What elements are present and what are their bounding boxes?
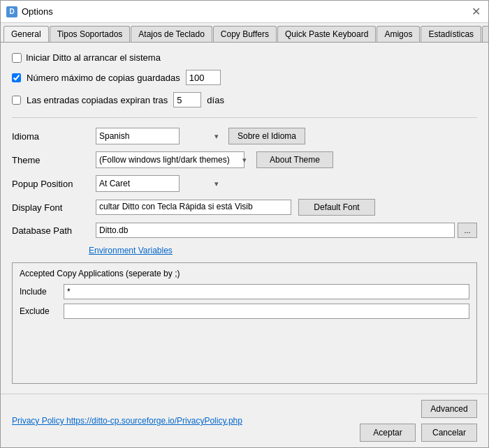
- db-path-row: Database Path ...: [12, 223, 477, 238]
- tab-estadisticas[interactable]: Estadísticas: [421, 26, 481, 42]
- expiry-label: Las entradas copiadas expiran tras: [27, 95, 168, 105]
- privacy-link[interactable]: Privacy Policy https://ditto-cp.sourcefo…: [12, 416, 242, 426]
- idioma-combo-wrapper: Spanish: [96, 128, 221, 144]
- theme-controls: (Follow windows light/dark themes) About…: [96, 151, 477, 168]
- tab-tipos[interactable]: Tipos Soportados: [50, 26, 131, 42]
- title-bar: D Options ✕: [1, 1, 488, 23]
- copy-apps-title: Accepted Copy Applications (seperate by …: [20, 269, 469, 278]
- title-bar-left: D Options: [6, 6, 53, 17]
- cancel-btn[interactable]: Cancelar: [421, 424, 477, 442]
- env-vars-row: Environment Variables: [12, 245, 477, 255]
- tab-acercade[interactable]: Acerca de: [482, 26, 488, 42]
- display-font-value: cultar Ditto con Tecla Rápida si está Vi…: [96, 200, 291, 215]
- window-title: Options: [22, 6, 53, 17]
- theme-row: Theme (Follow windows light/dark themes)…: [12, 151, 477, 168]
- startup-label: Iniciar Ditto al arrancar el sistema: [26, 52, 161, 63]
- tab-quickpaste[interactable]: Quick Paste Keyboard: [277, 26, 376, 42]
- db-path-input[interactable]: [96, 223, 455, 238]
- theme-select[interactable]: (Follow windows light/dark themes): [96, 151, 245, 168]
- maxcopies-row: Número máximo de copias guardadas: [12, 70, 477, 85]
- popup-controls: At Caret: [96, 175, 477, 192]
- startup-checkbox[interactable]: [12, 53, 22, 63]
- footer-buttons: Aceptar Cancelar: [360, 424, 477, 442]
- footer-right: Advanced Aceptar Cancelar: [360, 400, 477, 442]
- maxcopies-checkbox[interactable]: [12, 73, 21, 82]
- include-label: Include: [20, 287, 58, 297]
- close-button[interactable]: ✕: [469, 5, 483, 19]
- popup-row: Popup Position At Caret: [12, 175, 477, 192]
- maxcopies-label: Número máximo de copias guardadas: [27, 73, 180, 83]
- theme-combo-wrapper: (Follow windows light/dark themes): [96, 151, 249, 168]
- idioma-label: Idioma: [12, 131, 89, 142]
- exclude-label: Exclude: [20, 306, 58, 316]
- theme-btn[interactable]: About Theme: [256, 151, 333, 168]
- db-path-label: Database Path: [12, 225, 89, 236]
- display-font-controls: cultar Ditto con Tecla Rápida si está Vi…: [96, 199, 477, 216]
- db-path-controls: ...: [96, 223, 477, 238]
- tab-amigos[interactable]: Amigos: [377, 26, 420, 42]
- display-font-label: Display Font: [12, 202, 89, 213]
- tabs-bar: General Tipos Soportados Atajos de Tecla…: [1, 23, 488, 43]
- popup-select[interactable]: At Caret: [96, 175, 180, 192]
- include-input[interactable]: [64, 284, 469, 299]
- idioma-row: Idioma Spanish Sobre el Idioma: [12, 128, 477, 144]
- db-browse-btn[interactable]: ...: [458, 223, 477, 238]
- startup-row: Iniciar Ditto al arrancar el sistema: [12, 52, 477, 63]
- popup-combo-wrapper: At Caret: [96, 175, 221, 192]
- footer: Privacy Policy https://ditto-cp.sourcefo…: [1, 394, 488, 447]
- content-area: Iniciar Ditto al arrancar el sistema Núm…: [1, 43, 488, 394]
- include-row: Include: [20, 284, 469, 299]
- app-icon: D: [6, 6, 17, 17]
- divider-1: [12, 117, 477, 118]
- expiry-input[interactable]: [173, 92, 201, 107]
- expiry-row: Las entradas copiadas expiran tras días: [12, 92, 477, 107]
- display-font-row: Display Font cultar Ditto con Tecla Rápi…: [12, 199, 477, 216]
- days-label: días: [207, 95, 224, 105]
- env-vars-link[interactable]: Environment Variables: [89, 246, 173, 255]
- idioma-select[interactable]: Spanish: [96, 128, 180, 144]
- popup-label: Popup Position: [12, 179, 89, 189]
- theme-label: Theme: [12, 155, 89, 165]
- advanced-btn[interactable]: Advanced: [421, 400, 477, 418]
- maxcopies-input[interactable]: [186, 70, 221, 85]
- idioma-btn[interactable]: Sobre el Idioma: [228, 128, 305, 144]
- options-window: D Options ✕ General Tipos Soportados Ata…: [0, 0, 489, 448]
- default-font-btn[interactable]: Default Font: [298, 199, 375, 216]
- tab-general[interactable]: General: [3, 26, 49, 43]
- tab-copybuffers[interactable]: Copy Buffers: [213, 26, 277, 42]
- idioma-controls: Spanish Sobre el Idioma: [96, 128, 477, 144]
- expiry-checkbox[interactable]: [12, 96, 21, 105]
- exclude-input[interactable]: [64, 304, 469, 319]
- tab-atajos[interactable]: Atajos de Teclado: [131, 26, 212, 42]
- copy-apps-section: Accepted Copy Applications (seperate by …: [12, 262, 477, 384]
- ok-btn[interactable]: Aceptar: [360, 424, 416, 442]
- exclude-row: Exclude: [20, 304, 469, 319]
